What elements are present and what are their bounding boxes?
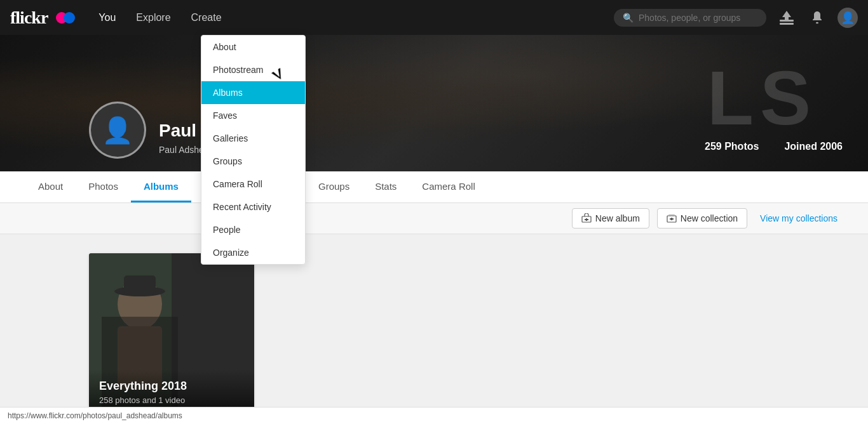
tab-albums[interactable]: Albums — [131, 172, 191, 202]
tab-camera-roll[interactable]: Camera Roll — [409, 172, 487, 202]
bell-icon[interactable] — [807, 8, 827, 28]
new-album-button[interactable]: New album — [572, 208, 649, 229]
nav-actions: 👤 — [776, 8, 858, 28]
hero-banner: LS 👤 Paul A Paul Adshead • 233 Following… — [0, 35, 868, 171]
flickr-dots-icon[interactable] — [54, 6, 77, 29]
search-input[interactable] — [639, 13, 757, 23]
tab-about[interactable]: About — [25, 172, 76, 202]
new-collection-button[interactable]: New collection — [657, 208, 747, 229]
dropdown-people[interactable]: People — [201, 218, 305, 241]
hero-right-stats: 259 Photos Joined 2006 — [705, 141, 843, 152]
search-icon: 🔍 — [623, 13, 634, 23]
dropdown-photostream[interactable]: Photostream — [201, 58, 305, 81]
svg-rect-10 — [668, 215, 675, 216]
view-collections-link[interactable]: View my collections — [755, 209, 843, 228]
svg-rect-12 — [670, 218, 674, 220]
user-avatar[interactable]: 👤 — [837, 8, 858, 28]
svg-point-1 — [64, 12, 75, 23]
album-card[interactable]: Everything 2018 258 photos and 1 video — [89, 253, 254, 415]
dropdown-camera-roll[interactable]: Camera Roll — [201, 173, 305, 195]
album-subtitle: 258 photos and 1 video — [99, 395, 244, 405]
tab-groups[interactable]: Groups — [306, 172, 362, 202]
status-url: https://www.flickr.com/photos/paul_adshe… — [8, 411, 182, 420]
tab-stats[interactable]: Stats — [362, 172, 409, 202]
album-title: Everything 2018 — [99, 380, 244, 393]
nav-links: You Explore Create — [90, 8, 614, 27]
svg-marker-4 — [782, 11, 791, 21]
search-bar[interactable]: 🔍 — [614, 9, 766, 27]
collection-icon — [667, 213, 677, 223]
dropdown-groups[interactable]: Groups — [201, 150, 305, 173]
status-bar: https://www.flickr.com/photos/paul_adshe… — [0, 407, 868, 424]
dropdown-about[interactable]: About — [201, 36, 305, 58]
dropdown-faves[interactable]: Faves — [201, 104, 305, 127]
nav-create[interactable]: Create — [182, 8, 231, 27]
you-dropdown-menu: About Photostream Albums Faves Galleries… — [201, 35, 306, 265]
svg-point-5 — [816, 22, 818, 23]
hero-letters: LS — [707, 54, 817, 142]
svg-rect-3 — [780, 23, 794, 25]
profile-tabs: About Photos Albums Faves Galleries Grou… — [0, 171, 868, 203]
tab-photos[interactable]: Photos — [76, 172, 131, 202]
dropdown-albums[interactable]: Albums — [201, 81, 305, 104]
joined-stat: Joined 2006 — [784, 141, 843, 152]
nav-explore[interactable]: Explore — [127, 8, 179, 27]
dropdown-recent-activity[interactable]: Recent Activity — [201, 195, 305, 218]
nav-you[interactable]: You — [90, 8, 125, 27]
albums-action-bar: New album New collection View my collect… — [0, 203, 868, 234]
flickr-logo: flickr — [10, 8, 48, 28]
dropdown-galleries[interactable]: Galleries — [201, 127, 305, 150]
upload-icon[interactable] — [776, 8, 797, 28]
photos-stat: 259 Photos — [705, 141, 759, 152]
profile-avatar: 👤 — [89, 102, 146, 159]
plus-icon — [581, 213, 592, 223]
svg-rect-8 — [585, 219, 588, 220]
main-content: Everything 2018 258 photos and 1 video — [0, 234, 868, 424]
top-navigation: flickr You Explore Create 🔍 👤 — [0, 0, 868, 35]
dropdown-organize[interactable]: Organize — [201, 241, 305, 264]
svg-rect-18 — [124, 275, 156, 295]
